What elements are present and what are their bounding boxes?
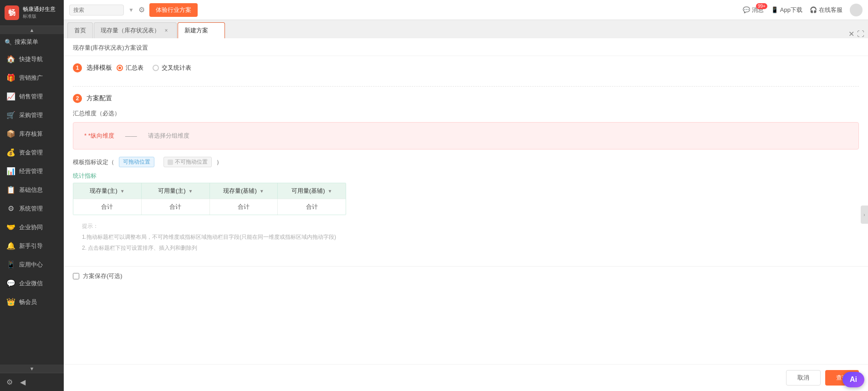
stats-table: 现存量(主) ▼ 可用量(主) ▼ 现存量(基辅) ▼ 可用量(基辅) <box>73 183 346 215</box>
notification-badge: 99+ <box>756 3 767 9</box>
window-expand-icon[interactable]: ⛶ <box>857 30 864 38</box>
radio-cross[interactable]: 交叉统计表 <box>153 64 191 72</box>
sidebar-item-sales[interactable]: 📈 销售管理 <box>0 87 64 106</box>
cancel-button[interactable]: 取消 <box>786 370 821 386</box>
radio-summary-circle <box>117 65 123 71</box>
tab-new-plan-label: 新建方案 <box>184 26 208 35</box>
tips-section: 提示： 1.拖动标题栏可以调整布局，不可跨维度或指标区域拖动栏目字段(只能在同一… <box>73 215 859 259</box>
settings-icon[interactable]: ⚙ <box>6 378 13 386</box>
sidebar-logo: 畅 畅康通好生意 标准版 <box>0 0 64 26</box>
system-icon: ⚙ <box>6 204 15 213</box>
stats-title: 统计指标 <box>73 172 859 180</box>
indicators-close-paren: ） <box>216 158 222 166</box>
stats-col1-header[interactable]: 现存量(主) ▼ <box>73 183 142 199</box>
app-download-label: App下载 <box>780 6 802 14</box>
sidebar-label-app-center: 应用中心 <box>19 261 43 269</box>
sidebar-label-sales: 销售管理 <box>19 93 43 101</box>
save-checkbox[interactable] <box>73 273 79 279</box>
message-icon: 💬 <box>743 6 750 13</box>
step1-header: 1 选择模板 汇总表 交叉统计表 <box>73 63 859 72</box>
stats-col4-label: 可用量(基辅) <box>291 187 325 195</box>
sidebar-scroll-down[interactable]: ▼ <box>0 365 64 373</box>
tab-new-plan[interactable]: 新建方案 × <box>178 22 225 38</box>
stats-body-row: 合计 合计 合计 合计 <box>73 199 346 215</box>
logo-text-block: 畅康通好生意 标准版 <box>23 6 56 20</box>
sidebar-label-newbie: 新手引导 <box>19 242 43 250</box>
wechat-icon: 💬 <box>6 279 15 288</box>
online-service-btn[interactable]: 🎧 在线客服 <box>810 6 842 14</box>
summary-dimension-label: 汇总维度（必选） <box>73 109 859 118</box>
tab-home[interactable]: 首页 <box>67 22 93 38</box>
sidebar-label-member: 畅会员 <box>19 298 37 306</box>
topbar-dropdown-arrow[interactable]: ▼ <box>128 7 134 13</box>
notification-btn[interactable]: 💬 消息 99+ <box>743 6 764 14</box>
sidebar-item-operations[interactable]: 📊 经营管理 <box>0 162 64 180</box>
step2-header: 2 方案配置 <box>73 94 859 103</box>
chart-icon: 📈 <box>6 92 15 101</box>
app-name: 畅康通好生意 <box>23 6 56 13</box>
stats-col1-label: 现存量(主) <box>90 187 117 195</box>
sidebar-item-system[interactable]: ⚙ 系统管理 <box>0 199 64 218</box>
gift-icon: 🎁 <box>6 73 15 82</box>
collab-icon: 🤝 <box>6 223 15 232</box>
vertical-placeholder: 请选择分组维度 <box>148 132 189 140</box>
col2-dropdown-icon[interactable]: ▼ <box>189 189 193 194</box>
app-download-btn[interactable]: 📱 App下载 <box>771 6 802 14</box>
col3-dropdown-icon[interactable]: ▼ <box>260 189 264 194</box>
user-avatar[interactable] <box>850 4 863 16</box>
collapse-icon[interactable]: ◀ <box>20 378 26 386</box>
sidebar-item-marketing[interactable]: 🎁 营销推广 <box>0 68 64 87</box>
topbar-gear-icon[interactable]: ⚙ <box>138 5 145 14</box>
non-drag-icon <box>168 159 173 165</box>
col1-dropdown-icon[interactable]: ▼ <box>120 189 125 194</box>
topbar-search-input[interactable] <box>69 5 124 15</box>
tab-new-plan-close[interactable]: × <box>211 27 218 34</box>
sidebar-item-basic-info[interactable]: 📋 基础信息 <box>0 180 64 199</box>
step1-badge: 1 <box>73 63 82 72</box>
sidebar-item-enterprise[interactable]: 🤝 企业协同 <box>0 218 64 237</box>
sidebar-item-inventory[interactable]: 📦 库存核算 <box>0 124 64 143</box>
sidebar-item-wechat[interactable]: 💬 企业微信 <box>0 274 64 293</box>
sidebar-scroll-up[interactable]: ▲ <box>0 26 64 34</box>
dimension-box[interactable]: * *纵向维度 —— 请选择分组维度 <box>73 122 859 149</box>
radio-cross-label: 交叉统计表 <box>162 64 191 72</box>
tabbar: 首页 现存量（库存状况表） × 新建方案 × ✕ ⛶ <box>64 20 868 38</box>
sidebar-search[interactable]: 🔍 搜索菜单 <box>0 34 64 50</box>
tab-home-label: 首页 <box>74 26 86 35</box>
sidebar-item-newbie[interactable]: 🔔 新手引导 <box>0 237 64 255</box>
window-close-icon[interactable]: ✕ <box>848 30 854 38</box>
trial-btn[interactable]: 体验行业方案 <box>149 3 198 17</box>
stats-col2-header[interactable]: 可用量(主) ▼ <box>142 183 210 199</box>
vertical-label: * *纵向维度 <box>84 132 114 140</box>
sidebar-item-app-center[interactable]: 📱 应用中心 <box>0 255 64 274</box>
sidebar-item-finance[interactable]: 💰 资金管理 <box>0 143 64 162</box>
stats-col3-header[interactable]: 现存量(基辅) ▼ <box>210 183 278 199</box>
sidebar-label-inventory: 库存核算 <box>19 130 43 138</box>
sidebar-item-quick-nav[interactable]: 🏠 快捷导航 <box>0 50 64 68</box>
bell-icon: 🔔 <box>6 242 15 250</box>
step2-section: 2 方案配置 汇总维度（必选） * *纵向维度 —— 请选择分组维度 模板指标设… <box>64 87 868 266</box>
save-checkbox-label[interactable]: 方案保存(可选) <box>83 272 123 280</box>
ai-float-button[interactable]: Ai <box>842 372 864 387</box>
content-area: 现存量(库存状况表)方案设置 1 选择模板 汇总表 交叉统计表 <box>64 38 868 391</box>
tab-inventory-label: 现存量（库存状况表） <box>101 26 160 35</box>
ops-icon: 📊 <box>6 167 15 175</box>
app-version: 标准版 <box>23 13 56 20</box>
right-panel-collapse[interactable]: › <box>861 206 868 224</box>
col4-dropdown-icon[interactable]: ▼ <box>328 189 332 194</box>
sidebar: 畅 畅康通好生意 标准版 ▲ 🔍 搜索菜单 🏠 快捷导航 🎁 营销推广 📈 销售… <box>0 0 64 391</box>
non-draggable-tag: 不可拖动位置 <box>163 157 212 167</box>
page-title: 现存量(库存状况表)方案设置 <box>64 38 868 56</box>
topbar: ▼ ⚙ 体验行业方案 💬 消息 99+ 📱 App下载 🎧 在线客服 <box>64 0 868 20</box>
sidebar-label-quick-nav: 快捷导航 <box>19 55 43 63</box>
radio-summary[interactable]: 汇总表 <box>117 64 143 72</box>
box-icon: 📦 <box>6 129 15 138</box>
stats-col4-header[interactable]: 可用量(基辅) ▼ <box>278 183 346 199</box>
tab-inventory-status[interactable]: 现存量（库存状况表） × <box>94 22 177 38</box>
sidebar-item-member[interactable]: 👑 畅会员 <box>0 293 64 311</box>
sidebar-item-purchase[interactable]: 🛒 采购管理 <box>0 106 64 124</box>
money-icon: 💰 <box>6 148 15 157</box>
tab-inventory-close[interactable]: × <box>163 27 170 34</box>
ai-label: Ai <box>850 376 857 384</box>
sidebar-label-purchase: 采购管理 <box>19 111 43 119</box>
